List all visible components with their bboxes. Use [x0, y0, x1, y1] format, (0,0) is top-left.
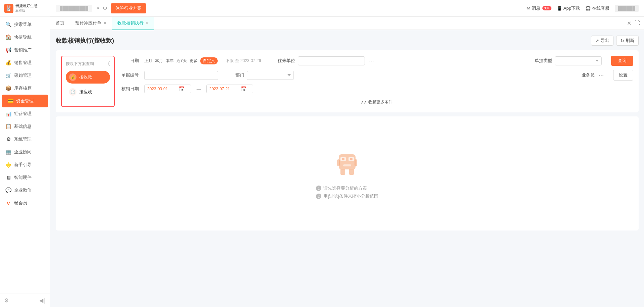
collapse-sidebar-icon[interactable]: ◀‖: [39, 297, 46, 304]
sidebar-item-label: 经营管理: [14, 111, 32, 117]
tab-prepay[interactable]: 预付冲应付单 ✕: [70, 17, 112, 30]
counterpart-input[interactable]: [298, 56, 365, 65]
collapse-more-button[interactable]: ∧∧ 收起更多条件: [120, 97, 633, 107]
refresh-label: 刷新: [626, 38, 634, 44]
sidebar-item-label: 基础信息: [14, 123, 32, 130]
logo-name: 畅捷通好生意: [15, 3, 38, 8]
sidebar-item-member[interactable]: V 畅会员: [0, 197, 50, 209]
sidebar-item-inventory[interactable]: 📦 库存核算: [0, 82, 50, 95]
svg-rect-6: [340, 169, 345, 175]
collapse-more-label: 收起更多条件: [368, 99, 392, 105]
query-button[interactable]: 查询: [611, 56, 633, 66]
date-shortcuts: 上月 本月 本年 近7天 更多 自定义: [144, 57, 218, 64]
sidebar-item-marketing[interactable]: 📢 营销推广: [0, 44, 50, 56]
svg-point-8: [342, 158, 344, 160]
sidebar-item-system[interactable]: ⚙ 系统管理: [0, 133, 50, 146]
sidebar: 🐰 畅捷通好生意 标准版 🔍 搜索菜单 🏠 快捷导航 📢 营销推广 💰 销售管理…: [0, 0, 50, 307]
tab-bar: 首页 预付冲应付单 ✕ 收款核销执行 ✕ ✕ ⛶: [50, 17, 644, 30]
filter-panel-title: 按以下方案查询 《: [66, 60, 110, 67]
tab-receivable-close-icon[interactable]: ✕: [146, 21, 149, 25]
tab-prepay-label: 预付冲应付单: [75, 20, 101, 26]
filter-option-receipt-label: 按收款: [79, 74, 92, 80]
date-separator: —: [197, 87, 201, 92]
dept-group: 部门: [233, 71, 568, 80]
home-nav-icon: 🏠: [5, 34, 11, 40]
header-gear-icon[interactable]: ⚙: [103, 5, 107, 11]
doc-no-input[interactable]: [144, 71, 218, 80]
filter-option-receivable-label: 按应收: [79, 89, 92, 95]
export-button[interactable]: ↗ 导出: [591, 36, 613, 46]
date-custom-badge[interactable]: 自定义: [200, 57, 218, 64]
service-label: 在线客服: [592, 5, 609, 11]
sidebar-item-operation[interactable]: 📊 经营管理: [0, 107, 50, 120]
svg-rect-3: [343, 164, 351, 166]
online-service-button[interactable]: 🎧 在线客服: [585, 5, 609, 11]
staff-dots-icon[interactable]: ···: [599, 72, 604, 79]
sidebar-item-quick-nav[interactable]: 🏠 快捷导航: [0, 31, 50, 44]
tab-expand-button[interactable]: ⛶: [635, 20, 640, 26]
sidebar-item-purchase[interactable]: 🛒 采购管理: [0, 69, 50, 82]
export-icon: ↗: [595, 38, 599, 43]
top-header: ██████████ ▾ ⚙ 休验行业方案 ✉ 消息 99+ 📱 App下载 🎧…: [50, 0, 644, 17]
header-left: ██████████ ▾ ⚙ 休验行业方案: [56, 3, 146, 13]
tab-prepay-close-icon[interactable]: ✕: [103, 21, 107, 25]
date-unlimited-label: 不限: [226, 58, 234, 64]
filter-panel: 按以下方案查询 《 💰 按收款 🕐 按应收: [61, 56, 115, 107]
filter-row-3: 核销日期 📅 — 📅: [120, 85, 633, 93]
filter-option-receipt[interactable]: 💰 按收款: [66, 71, 110, 84]
tab-home[interactable]: 首页: [50, 17, 70, 30]
tab-home-label: 首页: [56, 20, 64, 26]
sidebar-item-guide[interactable]: 🌟 新手引导: [0, 158, 50, 171]
message-label: 消息: [532, 5, 540, 11]
doc-no-label: 单据编号: [120, 72, 139, 78]
app-download-button[interactable]: 📱 App下载: [557, 5, 580, 11]
receivable-option-icon: 🕐: [69, 88, 76, 96]
refresh-button[interactable]: ↻ 刷新: [616, 36, 639, 46]
date-last-month[interactable]: 上月: [144, 58, 152, 64]
dept-label: 部门: [233, 72, 244, 78]
dept-select[interactable]: [247, 71, 294, 80]
sidebar-item-search[interactable]: 🔍 搜索菜单: [0, 18, 50, 31]
sidebar-item-label: 系统管理: [14, 136, 32, 142]
filter-collapse-icon[interactable]: 《: [105, 60, 110, 67]
svg-point-9: [350, 158, 353, 160]
content-area: 1 请先选择要分析的方案 2 用[过滤]条件来缩小分析范围: [56, 116, 639, 231]
message-badge: 99+: [542, 6, 551, 10]
tab-close-all-button[interactable]: ✕: [627, 20, 631, 27]
doc-type-select[interactable]: [555, 56, 602, 65]
sidebar-item-wechat[interactable]: 💬 企业微信: [0, 184, 50, 197]
filter-option-receivable[interactable]: 🕐 按应收: [66, 86, 110, 98]
verify-date-to-input[interactable]: [209, 87, 239, 91]
date-this-year[interactable]: 本年: [166, 58, 174, 64]
settings-icon[interactable]: ⚙: [4, 297, 9, 304]
tip-num-1: 1: [316, 186, 321, 191]
sidebar-item-basic[interactable]: 📋 基础信息: [0, 120, 50, 133]
sidebar-item-enterprise[interactable]: 🏢 企业协同: [0, 146, 50, 158]
sidebar-item-finance[interactable]: 💳 资金管理: [2, 95, 48, 107]
date-this-month[interactable]: 本月: [155, 58, 163, 64]
message-button[interactable]: ✉ 消息 99+: [527, 5, 551, 11]
verify-date-from-input[interactable]: [147, 87, 177, 91]
settings-button[interactable]: 设置: [613, 70, 633, 81]
query-button-wrapper: 查询: [611, 56, 633, 66]
calendar-from-icon[interactable]: 📅: [179, 86, 184, 92]
tab-receivable[interactable]: 收款核销执行 ✕: [112, 17, 154, 30]
date-to-label: 至: [235, 58, 239, 64]
date-more[interactable]: 更多: [190, 58, 198, 64]
counterpart-label: 往来单位: [276, 58, 295, 64]
sidebar-item-label: 销售管理: [14, 60, 32, 66]
user-avatar[interactable]: ██████: [615, 5, 639, 12]
verify-date-from-wrapper: 📅: [144, 85, 191, 93]
sidebar-item-sales[interactable]: 💰 销售管理: [0, 56, 50, 69]
sidebar-item-label: 快捷导航: [14, 34, 32, 40]
calendar-to-icon[interactable]: 📅: [241, 86, 247, 92]
industry-button[interactable]: 休验行业方案: [111, 3, 146, 13]
date-unlimited: 不限 至 2023-07-26: [226, 58, 261, 64]
sidebar-item-label: 企业协同: [14, 149, 32, 155]
header-dropdown-icon[interactable]: ▾: [97, 6, 99, 11]
app-label: App下载: [564, 5, 580, 11]
sidebar-item-hardware[interactable]: 🖥 智能硬件: [0, 171, 50, 184]
date-7days[interactable]: 近7天: [176, 58, 187, 64]
filter-area: 按以下方案查询 《 💰 按收款 🕐 按应收 日期 上月: [56, 50, 639, 112]
counterpart-dots-icon[interactable]: ···: [369, 57, 374, 64]
